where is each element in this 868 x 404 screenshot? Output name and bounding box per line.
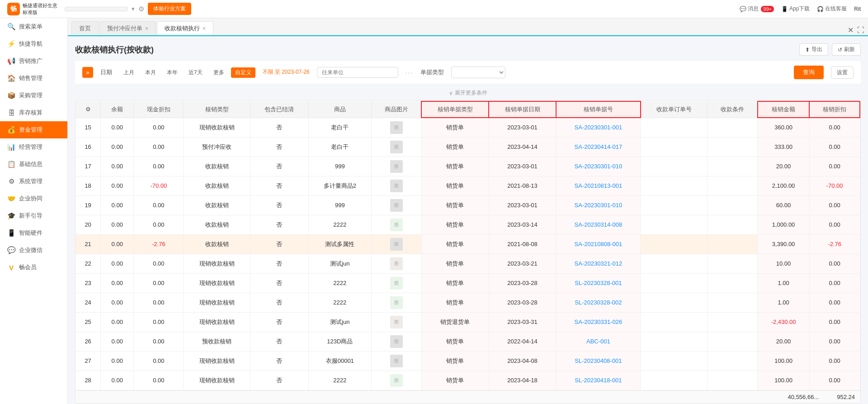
sidebar-item-nav[interactable]: ⚡ 快捷导航 xyxy=(0,35,67,52)
td-verify-doc-no[interactable]: SA-20210813-001 xyxy=(556,176,641,195)
td-verify-discount: 0.00 xyxy=(809,371,860,390)
export-btn[interactable]: ⬆ 导出 xyxy=(799,43,828,56)
sidebar-item-wechat[interactable]: 💬 企业微信 xyxy=(0,242,67,259)
tab-close-all-icon[interactable]: ✕ xyxy=(848,26,854,34)
td-id: 16 xyxy=(75,137,101,157)
doc-no-link[interactable]: SL-20230408-001 xyxy=(575,357,622,364)
td-cash-discount: 0.00 xyxy=(134,195,184,215)
tab-verify[interactable]: 收款核销执行 × xyxy=(157,21,213,35)
query-btn[interactable]: 查询 xyxy=(794,66,824,79)
doc-no-link[interactable]: SL-20230328-002 xyxy=(575,299,622,306)
online-support-btn[interactable]: 🎧 在线客服 xyxy=(817,5,847,13)
sidebar-item-purchase[interactable]: 📦 采购管理 xyxy=(0,87,67,104)
th-goods-img: 商品图片 xyxy=(371,101,421,118)
date-btn-more[interactable]: 更多 xyxy=(209,67,228,78)
app-download-btn[interactable]: 📱 App下载 xyxy=(781,5,810,13)
user-name[interactable]: Rit xyxy=(854,6,861,12)
sidebar-item-info[interactable]: 📋 基础信息 xyxy=(0,156,67,173)
settings-icon[interactable]: ⚙ xyxy=(138,5,144,13)
table-row: 26 0.00 0.00 预收款核销 否 123D商品 图 销货单 2022-0… xyxy=(75,332,860,351)
td-verify-type: 预收款核销 xyxy=(184,332,250,351)
expand-more[interactable]: ∨ 展开更多条件 xyxy=(75,87,861,99)
setting-btn[interactable]: 设置 xyxy=(831,67,854,79)
sidebar-item-sales[interactable]: 🏠 销售管理 xyxy=(0,70,67,87)
filter-toggle[interactable]: » xyxy=(82,67,93,78)
th-receipt-order-no: 收款单订单号 xyxy=(641,101,708,118)
sidebar-item-member[interactable]: V 畅会员 xyxy=(0,259,67,276)
td-receipt-cond xyxy=(708,234,758,254)
td-verify-doc-no[interactable]: SL-20230328-002 xyxy=(556,293,641,312)
sidebar-item-hardware[interactable]: 📱 智能硬件 xyxy=(0,224,67,242)
date-btn-custom[interactable]: 自定义 xyxy=(231,67,255,78)
tab-prepay-close[interactable]: × xyxy=(145,25,148,32)
doc-no-link[interactable]: SL-20230418-001 xyxy=(575,377,622,384)
td-balance: 0.00 xyxy=(101,351,134,371)
td-verify-type: 现销收款核销 xyxy=(184,118,250,137)
doc-no-link[interactable]: ABC-001 xyxy=(586,338,610,345)
doc-no-link[interactable]: SA-20230331-026 xyxy=(575,318,623,325)
doc-no-link[interactable]: SA-20230321-012 xyxy=(575,260,623,267)
date-btn-7days[interactable]: 近7天 xyxy=(184,67,207,78)
doc-no-link[interactable]: SA-20230301-010 xyxy=(575,163,623,170)
td-verify-doc-date: 2023-04-08 xyxy=(489,351,556,371)
sidebar-item-search[interactable]: 🔍 搜索菜单 xyxy=(0,18,67,35)
td-goods: 2222 xyxy=(308,371,371,390)
td-verify-type: 收款核销 xyxy=(184,215,250,234)
td-id: 26 xyxy=(75,332,101,351)
tab-prepay[interactable]: 预付冲应付单 × xyxy=(99,21,156,35)
td-verify-doc-no[interactable]: SA-20230301-010 xyxy=(556,157,641,176)
td-verify-doc-no[interactable]: SA-20230321-012 xyxy=(556,254,641,273)
td-verify-doc-date: 2023-03-01 xyxy=(489,195,556,215)
export-icon: ⬆ xyxy=(805,47,810,53)
doc-no-link[interactable]: SA-20210808-001 xyxy=(575,241,623,247)
td-verify-type: 现销收款核销 xyxy=(184,254,250,273)
td-goods-img: 图 xyxy=(371,137,421,157)
table-row: 23 0.00 0.00 现销收款核销 否 2222 图 销货单 2023-03… xyxy=(75,273,860,293)
td-verify-doc-no[interactable]: SA-20230301-001 xyxy=(556,118,641,137)
td-verify-doc-no[interactable]: SL-20230328-001 xyxy=(556,273,641,293)
td-receipt-order-no xyxy=(641,371,708,390)
td-goods: 衣服00001 xyxy=(308,351,371,371)
td-verify-doc-no[interactable]: SA-20230331-026 xyxy=(556,312,641,332)
doc-no-link[interactable]: SA-20230314-008 xyxy=(575,221,623,228)
doc-type-select[interactable] xyxy=(451,67,505,78)
sidebar-item-finance[interactable]: 💰 资金管理 xyxy=(0,121,67,138)
table-row: 21 0.00 -2.76 收款核销 否 测试多属性 图 销货单 2021-08… xyxy=(75,234,860,254)
doc-no-link[interactable]: SL-20230328-001 xyxy=(575,280,622,286)
doc-no-link[interactable]: SA-20210813-001 xyxy=(575,182,623,189)
td-verify-doc-type: 销货单 xyxy=(421,234,489,254)
td-verify-doc-no[interactable]: ABC-001 xyxy=(556,332,641,351)
td-receipt-order-no xyxy=(641,293,708,312)
refresh-btn[interactable]: ↺ 刷新 xyxy=(832,43,861,56)
date-btn-this-year[interactable]: 本年 xyxy=(163,67,182,78)
td-verify-doc-no[interactable]: SL-20230418-001 xyxy=(556,371,641,390)
page-content: 收款核销执行(按收款) ⬆ 导出 ↺ 刷新 » 日期 xyxy=(68,36,868,404)
date-btn-this-month[interactable]: 本月 xyxy=(141,67,160,78)
doc-no-link[interactable]: SA-20230301-010 xyxy=(575,202,623,209)
sidebar-item-system[interactable]: ⚙ 系统管理 xyxy=(0,173,67,190)
td-verify-doc-no[interactable]: SA-20210808-001 xyxy=(556,234,641,254)
tab-home[interactable]: 首页 xyxy=(71,21,99,35)
sidebar-item-operation[interactable]: 📊 经营管理 xyxy=(0,138,67,156)
partner-input[interactable] xyxy=(317,67,398,78)
doc-no-link[interactable]: SA-20230414-017 xyxy=(575,143,623,150)
industry-btn[interactable]: 体验行业方案 xyxy=(148,3,191,15)
message-btn[interactable]: 💬 消息 99+ xyxy=(740,5,774,13)
doc-no-link[interactable]: SA-20230301-001 xyxy=(575,124,623,131)
date-btn-last-month[interactable]: 上月 xyxy=(119,67,138,78)
td-goods-img: 图 xyxy=(371,234,421,254)
td-verify-doc-no[interactable]: SA-20230414-017 xyxy=(556,137,641,157)
td-goods: 2222 xyxy=(308,273,371,293)
sidebar-item-collab[interactable]: 🤝 企业协同 xyxy=(0,190,67,207)
sidebar-item-newbie[interactable]: 🎓 新手引导 xyxy=(0,207,67,224)
tab-maximize-icon[interactable]: ⛶ xyxy=(857,26,864,34)
th-verify-doc-no: 核销单据号 xyxy=(556,101,641,118)
sidebar-item-marketing[interactable]: 📢 营销推广 xyxy=(0,52,67,70)
td-verify-doc-no[interactable]: SA-20230314-008 xyxy=(556,215,641,234)
dropdown-icon[interactable]: ▾ xyxy=(132,5,135,12)
td-verify-doc-no[interactable]: SA-20230301-010 xyxy=(556,195,641,215)
sidebar-item-inventory[interactable]: 🗄 库存核算 xyxy=(0,104,67,121)
td-verify-doc-no[interactable]: SL-20230408-001 xyxy=(556,351,641,371)
td-balance: 0.00 xyxy=(101,157,134,176)
tab-verify-close[interactable]: × xyxy=(203,25,206,32)
